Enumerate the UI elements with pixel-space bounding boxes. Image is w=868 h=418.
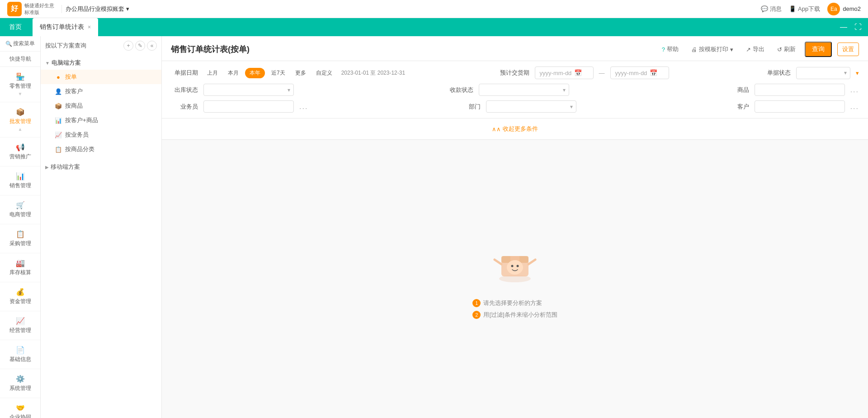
scheme-by-salesperson[interactable]: 📈 按业务员 <box>41 128 161 142</box>
pc-group-header[interactable]: ▼ 电脑端方案 <box>41 56 161 70</box>
scheme-by-customer-product[interactable]: 📊 按客户+商品 <box>41 113 161 128</box>
finance-icon: 💰 <box>16 288 25 296</box>
by-customer-product-icon: 📊 <box>54 116 62 124</box>
collapse-more-btn[interactable]: ∧∧ 收起更多条件 <box>162 121 868 137</box>
left-panel-actions: + ✎ « <box>123 41 157 51</box>
by-salesperson-icon: 📈 <box>54 131 62 139</box>
purchase-icon: 📋 <box>16 230 25 238</box>
left-panel-header: 按以下方案查询 + ✎ « <box>41 41 161 54</box>
enterprise-icon: 🤝 <box>16 404 25 412</box>
collapse-section: ∧∧ 收起更多条件 <box>162 119 868 140</box>
sidebar-item-basic[interactable]: 📄 基础信息 <box>0 340 40 369</box>
salesperson-more-btn[interactable]: ... <box>299 103 308 111</box>
logo-icon: 好 <box>7 2 22 16</box>
system-icon: ⚙️ <box>16 375 25 383</box>
product-input[interactable] <box>755 84 845 96</box>
product-more-btn[interactable]: ... <box>850 86 859 94</box>
pc-solution-group: ▼ 电脑端方案 ● 按单 👤 按客户 📦 按商品 📊 按客户+商品 <box>41 54 161 158</box>
delivery-status-select[interactable] <box>203 84 294 96</box>
sidebar-item-system[interactable]: ⚙️ 系统管理 <box>0 369 40 398</box>
sidebar-item-marketing[interactable]: 📢 营销推广 <box>0 138 40 166</box>
help-btn[interactable]: ? 帮助 <box>658 43 682 55</box>
mobile-group-expand-icon: ▶ <box>45 165 49 170</box>
scheme-by-product[interactable]: 📦 按商品 <box>41 99 161 113</box>
app-download-action[interactable]: 📱 App下载 <box>789 5 820 13</box>
by-category-icon: 📋 <box>54 145 62 153</box>
date-btn-lastmonth[interactable]: 上月 <box>203 67 222 79</box>
tab-home[interactable]: 首页 <box>0 18 31 36</box>
print-icon: 🖨 <box>691 46 697 53</box>
date-btn-7days[interactable]: 近7天 <box>268 67 289 79</box>
sidebar-item-inventory[interactable]: 🏭 库存核算 <box>0 253 40 282</box>
tab-sales-stat[interactable]: 销售订单统计表 × <box>33 18 98 36</box>
scheme-by-category[interactable]: 📋 按商品分类 <box>41 142 161 157</box>
edit-scheme-btn[interactable]: ✎ <box>135 41 145 51</box>
pc-group-expand-icon: ▼ <box>45 61 50 66</box>
calendar-end-icon: 📅 <box>650 69 657 76</box>
sidebar-item-purchase[interactable]: 📋 采购管理 <box>0 224 40 253</box>
sidebar-quicknav[interactable]: 快捷导航 <box>0 52 40 67</box>
sidebar-search[interactable]: 🔍 搜索菜单 <box>0 36 40 52</box>
date-btn-more[interactable]: 更多 <box>292 67 310 79</box>
main-panel-header: 销售订单统计表(按单) ? 帮助 🖨 按模板打印 ▾ ↗ 导出 <box>162 36 868 61</box>
order-status-select[interactable] <box>796 67 850 79</box>
sidebar-item-ecommerce[interactable]: 🛒 电商管理 <box>0 195 40 224</box>
page-title: 销售订单统计表(按单) <box>171 44 250 55</box>
date-btn-thisyear[interactable]: 本年 <box>245 68 265 78</box>
svg-line-7 <box>495 260 501 264</box>
sidebar-item-finance[interactable]: 💰 资金管理 <box>0 282 40 311</box>
minimize-btn[interactable]: — <box>838 22 849 33</box>
app-selector[interactable]: 办公用品行业模拟账套 ▾ <box>61 5 133 13</box>
message-action[interactable]: 💬 消息 <box>761 5 782 13</box>
empty-tip-1: 1 请先选择要分析的方案 <box>472 299 557 307</box>
delivery-status-select-wrap <box>203 84 294 96</box>
receipt-status-select[interactable] <box>479 84 569 96</box>
template-print-btn[interactable]: 🖨 按模板打印 ▾ <box>688 43 737 55</box>
retail-icon: 🏪 <box>16 72 25 81</box>
sidebar-item-operation[interactable]: 📈 经营管理 <box>0 311 40 340</box>
export-btn[interactable]: ↗ 导出 <box>742 43 768 55</box>
collapse-panel-btn[interactable]: « <box>147 41 157 51</box>
scheme-by-order[interactable]: ● 按单 <box>41 70 161 84</box>
empty-tips-list: 1 请先选择要分析的方案 2 用[过滤]条件来缩小分析范围 <box>472 299 557 323</box>
wholesale-icon: 📦 <box>16 108 25 116</box>
logo-text: 畅捷通好生意 标准版 <box>24 2 54 15</box>
order-status-select-wrap <box>796 67 850 79</box>
query-btn[interactable]: 查询 <box>805 42 832 57</box>
sidebar-item-sales[interactable]: 📊 销售管理 <box>0 166 40 195</box>
sidebar-item-wholesale[interactable]: 📦 批发管理 ▲ <box>0 102 40 138</box>
sidebar-item-enterprise[interactable]: 🤝 企业协同 <box>0 398 40 418</box>
search-btn[interactable]: 🔍 搜索菜单 <box>4 40 37 48</box>
maximize-btn[interactable]: ⛶ <box>853 22 863 33</box>
date-btn-custom[interactable]: 自定义 <box>312 67 336 79</box>
scheme-by-customer[interactable]: 👤 按客户 <box>41 84 161 99</box>
order-status-more[interactable]: ▾ <box>856 70 859 76</box>
inventory-icon: 🏭 <box>16 259 25 267</box>
expected-date-label: 预计交货期 <box>500 69 529 77</box>
empty-state: 1 请先选择要分析的方案 2 用[过滤]条件来缩小分析范围 <box>162 140 868 418</box>
dept-select-wrap <box>486 100 576 113</box>
date-btn-thismonth[interactable]: 本月 <box>224 67 242 79</box>
tabbar-actions: — ⛶ <box>838 22 863 33</box>
refresh-icon: ↺ <box>777 46 782 53</box>
customer-more-btn[interactable]: ... <box>850 103 859 111</box>
sidebar-item-retail[interactable]: 🏪 零售管理 ▼ <box>0 67 40 102</box>
dept-select[interactable] <box>486 100 576 113</box>
user-area[interactable]: Ea demo2 <box>827 3 861 15</box>
basic-icon: 📄 <box>16 346 25 354</box>
expected-date-end[interactable]: yyyy-mm-dd 📅 <box>610 66 669 79</box>
add-scheme-btn[interactable]: + <box>123 41 133 51</box>
settings-btn[interactable]: 设置 <box>837 43 859 56</box>
expand-arrow: ▼ <box>18 91 23 96</box>
salesperson-input[interactable] <box>203 100 294 113</box>
logo-area: 好 畅捷通好生意 标准版 <box>7 2 54 16</box>
customer-input[interactable] <box>755 100 845 113</box>
svg-point-6 <box>517 265 519 267</box>
expected-date-start[interactable]: yyyy-mm-dd 📅 <box>535 66 594 79</box>
tab-close-icon[interactable]: × <box>88 24 91 30</box>
ecommerce-icon: 🛒 <box>16 201 25 209</box>
svg-line-8 <box>528 260 535 264</box>
mobile-group-header[interactable]: ▶ 移动端方案 <box>41 160 161 174</box>
refresh-btn[interactable]: ↺ 刷新 <box>774 43 799 55</box>
receipt-status-label: 收款状态 <box>446 86 473 94</box>
